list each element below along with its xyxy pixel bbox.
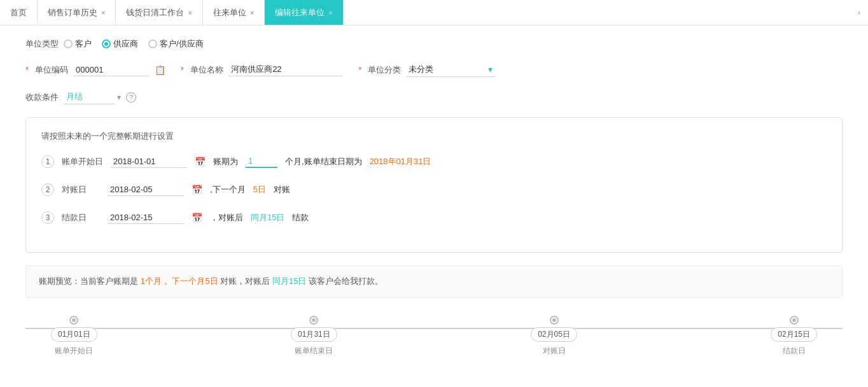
tab-more-button[interactable]: › — [850, 0, 868, 25]
unit-code-copy-icon[interactable]: 📋 — [155, 65, 165, 75]
payment-terms-value: 月结 — [64, 90, 115, 104]
tab-partners[interactable]: 往来单位 × — [203, 0, 265, 25]
preview-part2: 下一个月5日 — [172, 276, 218, 286]
tab-edit-partner-close[interactable]: × — [328, 9, 332, 17]
preview-box: 账期预览：当前客户账期是 1个月， 下一个月5日 对账，对账后 同月15日 该客… — [25, 265, 843, 298]
timeline-items: 01月01日 账单开始日 01月31日 账单结束日 02月05日 对账日 02月… — [51, 317, 817, 356]
timeline-item-0: 01月01日 账单开始日 — [51, 317, 97, 356]
unit-category-select[interactable]: 未分类 ▾ — [406, 62, 495, 77]
unit-category-value: 未分类 — [409, 64, 488, 75]
unit-code-input[interactable] — [73, 64, 150, 76]
row-1-number: 1 — [41, 155, 54, 168]
row-2-number: 2 — [41, 183, 54, 196]
billing-end-date: 2018年01月31日 — [370, 156, 431, 167]
tab-partners-close[interactable]: × — [250, 9, 254, 17]
timeline-item-2: 02月05日 对账日 — [531, 317, 577, 356]
timeline-label-3: 结款日 — [783, 346, 806, 356]
timeline-dot-2 — [551, 317, 557, 323]
unit-name-label: 单位名称 — [190, 64, 223, 76]
radio-both-circle — [148, 39, 157, 48]
radio-both[interactable]: 客户/供应商 — [148, 38, 204, 50]
reconcile-date-cal-icon[interactable]: 📅 — [192, 185, 202, 195]
tab-partners-label: 往来单位 — [213, 7, 246, 18]
tab-sales-history-label: 销售订单历史 — [48, 7, 97, 18]
row-3-number: 3 — [41, 211, 54, 224]
radio-supplier[interactable]: 供应商 — [102, 38, 138, 50]
tabs-bar: 首页 销售订单历史 × 钱货日清工作台 × 往来单位 × 编辑往来单位 × › — [0, 0, 868, 25]
settings-row-1: 1 账单开始日 📅 账期为 个月,账单结束日期为 2018年01月31日 — [41, 155, 827, 168]
timeline-label-2: 对账日 — [543, 346, 566, 356]
tab-sales-history-close[interactable]: × — [101, 9, 105, 17]
unit-code-required: * — [25, 65, 29, 74]
radio-supplier-circle — [102, 39, 111, 48]
timeline-date-3: 02月15日 — [771, 327, 817, 342]
reconcile-day: 5日 — [253, 184, 266, 195]
radio-supplier-label: 供应商 — [113, 38, 138, 50]
tab-home[interactable]: 首页 — [0, 0, 38, 25]
help-icon[interactable]: ? — [126, 92, 136, 102]
preview-part1: 1个月， — [141, 276, 170, 286]
payment-day: 同月15日 — [251, 212, 284, 223]
tab-home-label: 首页 — [10, 7, 27, 18]
unit-type-label: 单位类型 — [25, 38, 59, 50]
unit-name-group: * 单位名称 — [181, 64, 343, 76]
unit-type-row: 单位类型 客户 供应商 客户/供应商 — [25, 38, 843, 50]
payment-date-input[interactable] — [108, 211, 184, 224]
unit-name-required: * — [181, 65, 184, 74]
payment-terms-row: 收款条件 月结 ▾ ? — [25, 90, 843, 104]
unit-name-input[interactable] — [228, 64, 343, 76]
main-content: 单位类型 客户 供应商 客户/供应商 * 单位编码 — [0, 25, 868, 387]
timeline-date-2: 02月05日 — [531, 327, 577, 342]
settings-title: 请按照未来的一个完整帐期进行设置 — [41, 130, 827, 142]
payment-terms-select[interactable]: 月结 ▾ — [64, 90, 121, 104]
timeline-date-1: 01月31日 — [291, 327, 337, 342]
row-1-suffix: 个月,账单结束日期为 — [285, 156, 362, 167]
tab-cash-workbench[interactable]: 钱货日清工作台 × — [116, 0, 202, 25]
start-date-input[interactable] — [111, 155, 187, 168]
start-date-cal-icon[interactable]: 📅 — [195, 157, 206, 167]
settings-row-3: 3 结款日 📅 ，对账后 同月15日 结款 — [41, 211, 827, 224]
preview-middle: 对账，对账后 — [220, 276, 270, 286]
billing-period-input[interactable] — [246, 155, 277, 168]
payment-terms-group: 收款条件 月结 ▾ ? — [25, 90, 136, 104]
preview-suffix: 该客户会给我打款。 — [309, 276, 383, 286]
timeline-dot-0 — [71, 317, 77, 323]
tab-edit-partner-label: 编辑往来单位 — [275, 7, 325, 18]
preview-prefix: 账期预览：当前客户账期是 — [39, 276, 138, 286]
timeline-dot-1 — [311, 317, 317, 323]
tab-cash-workbench-close[interactable]: × — [188, 9, 192, 17]
payment-terms-arrow-icon: ▾ — [117, 93, 121, 102]
payment-date-cal-icon[interactable]: 📅 — [192, 213, 202, 223]
row-2-label: 对账日 — [62, 184, 100, 195]
timeline: 01月01日 账单开始日 01月31日 账单结束日 02月05日 对账日 02月… — [25, 311, 843, 363]
radio-group-unit-type: 客户 供应商 客户/供应商 — [64, 38, 204, 50]
radio-customer-circle — [64, 39, 73, 48]
settings-row-2: 2 对账日 📅 ,下一个月 5日 对账 — [41, 183, 827, 196]
row-1-mid-text: 账期为 — [213, 156, 238, 167]
unit-category-group: * 单位分类 未分类 ▾ — [358, 62, 495, 77]
settings-box: 请按照未来的一个完整帐期进行设置 1 账单开始日 📅 账期为 个月,账单结束日期… — [25, 117, 843, 253]
tab-cash-workbench-label: 钱货日清工作台 — [126, 7, 184, 18]
timeline-label-1: 账单结束日 — [295, 346, 333, 356]
timeline-item-1: 01月31日 账单结束日 — [291, 317, 337, 356]
row-3-prefix: ，对账后 — [210, 212, 243, 223]
row-1-label: 账单开始日 — [62, 156, 103, 167]
timeline-dot-3 — [791, 317, 797, 323]
timeline-item-3: 02月15日 结款日 — [771, 317, 817, 356]
radio-customer[interactable]: 客户 — [64, 38, 92, 50]
unit-category-required: * — [358, 65, 361, 74]
reconcile-date-input[interactable] — [108, 183, 184, 196]
row-3-suffix: 结款 — [292, 212, 309, 223]
tab-edit-partner[interactable]: 编辑往来单位 × — [265, 0, 343, 25]
unit-category-arrow-icon: ▾ — [488, 64, 493, 74]
timeline-label-0: 账单开始日 — [55, 346, 93, 356]
radio-customer-label: 客户 — [75, 38, 92, 50]
unit-code-label: 单位编码 — [35, 64, 68, 76]
tab-sales-history[interactable]: 销售订单历史 × — [38, 0, 116, 25]
unit-category-label: 单位分类 — [368, 64, 401, 76]
row-3-label: 结款日 — [62, 212, 100, 223]
row-2-suffix: 对账 — [274, 184, 290, 195]
unit-info-row: * 单位编码 📋 * 单位名称 * 单位分类 未分类 ▾ — [25, 62, 843, 77]
preview-part3: 同月15日 — [272, 276, 306, 286]
unit-type-group: 单位类型 客户 供应商 客户/供应商 — [25, 38, 204, 50]
